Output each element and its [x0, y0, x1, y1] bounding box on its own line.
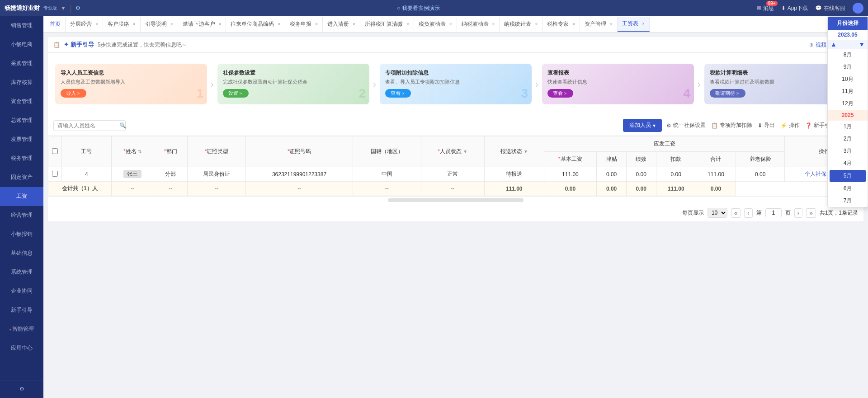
- user-avatar[interactable]: [853, 3, 863, 14]
- tab-税负波动表[interactable]: 税负波动表×: [414, 17, 457, 32]
- scroll-thumb[interactable]: [388, 198, 524, 202]
- tab-close-icon[interactable]: ×: [449, 22, 452, 27]
- page-input[interactable]: [765, 208, 782, 217]
- month-item-6月[interactable]: 6月: [828, 183, 868, 195]
- month-item-4月[interactable]: 4月: [828, 157, 868, 169]
- month-item-9月[interactable]: 9月: [828, 61, 868, 73]
- month-item-11月[interactable]: 11月: [828, 85, 868, 98]
- sidebar-item-ledger[interactable]: 总账管理: [0, 111, 43, 130]
- tab-close-icon[interactable]: ×: [95, 22, 98, 27]
- tab-纳税统计表[interactable]: 纳税统计表×: [500, 17, 542, 32]
- dropdown-arrow[interactable]: ▼: [61, 5, 66, 11]
- tab-资产管理[interactable]: 资产管理×: [580, 17, 618, 32]
- tab-客户联络[interactable]: 客户联络×: [103, 17, 141, 32]
- sidebar-item-sales[interactable]: 销售管理: [0, 16, 43, 35]
- filter-status-icon[interactable]: ▼: [463, 149, 467, 154]
- app-download-button[interactable]: ⬇ App下载: [781, 5, 808, 12]
- page-first-button[interactable]: «: [731, 208, 741, 218]
- month-item-5月[interactable]: 5月: [830, 170, 866, 182]
- toolbar-action-operation[interactable]: ⚡ 操作: [780, 122, 800, 129]
- step-btn-4[interactable]: 查看＞: [547, 89, 573, 98]
- month-item-7月[interactable]: 7月: [828, 195, 868, 207]
- sidebar-item-inventory[interactable]: 库存核算: [0, 73, 43, 92]
- tab-往来单位商品编码[interactable]: 往来单位商品编码×: [226, 17, 285, 32]
- tab-所得税汇算清缴[interactable]: 所得税汇算清缴×: [360, 17, 414, 32]
- tab-分层经营[interactable]: 分层经营×: [66, 17, 103, 32]
- footer-col-0: --: [111, 182, 154, 196]
- add-employee-button[interactable]: 添加人员 ▾: [623, 119, 662, 132]
- step-btn-1[interactable]: 导入＞: [61, 89, 86, 98]
- step-btn-2[interactable]: 设置＞: [223, 89, 249, 98]
- sidebar-item-smart[interactable]: ●智能管理: [0, 320, 43, 339]
- tab-close-icon[interactable]: ×: [610, 22, 613, 27]
- tab-纳税波动表[interactable]: 纳税波动表×: [457, 17, 500, 32]
- search-icon[interactable]: 🔍: [119, 122, 126, 129]
- tab-close-icon[interactable]: ×: [315, 22, 318, 27]
- tab-工资表[interactable]: 工资表×: [618, 17, 650, 32]
- sidebar-item-settings[interactable]: ⚙: [0, 380, 43, 398]
- sidebar-item-report[interactable]: 小畅报销: [0, 225, 43, 244]
- tab-close-icon[interactable]: ×: [492, 22, 495, 27]
- tab-进入清册[interactable]: 进入清册×: [323, 17, 360, 32]
- month-item-8月[interactable]: 8月: [828, 49, 868, 61]
- demo-button[interactable]: 我要看实例演示: [402, 5, 440, 12]
- sidebar-item-guide[interactable]: 新手引导: [0, 301, 43, 320]
- tab-邀请下游客户[interactable]: 邀请下游客户×: [178, 17, 226, 32]
- tab-home[interactable]: 首页: [45, 17, 66, 32]
- page-next-button[interactable]: ›: [794, 208, 802, 218]
- month-item-2025[interactable]: 2025: [828, 110, 868, 121]
- tab-close-icon[interactable]: ×: [353, 22, 355, 27]
- sidebar-item-basic[interactable]: 基础信息: [0, 244, 43, 263]
- tab-close-icon[interactable]: ×: [535, 22, 538, 27]
- select-all-checkbox[interactable]: [52, 148, 58, 154]
- tab-close-icon[interactable]: ×: [406, 22, 409, 27]
- month-nav-down[interactable]: ▼: [859, 41, 865, 48]
- footer-col-4: --: [353, 182, 421, 196]
- sidebar-item-funds[interactable]: 资金管理: [0, 92, 43, 111]
- sidebar-item-tax[interactable]: 税务管理: [0, 149, 43, 168]
- notification-button[interactable]: ✉ 消息 99+: [757, 5, 774, 12]
- sidebar-item-salary[interactable]: 工资: [0, 187, 43, 206]
- step-btn-3[interactable]: 查看＞: [385, 89, 411, 98]
- filter-report-icon[interactable]: ▼: [524, 149, 528, 154]
- step-btn-5[interactable]: 敬请期待＞: [710, 89, 745, 98]
- month-item-12月[interactable]: 12月: [828, 98, 868, 110]
- month-nav-up[interactable]: ▲: [830, 41, 837, 48]
- row-social-insurance-button[interactable]: 个人社保: [805, 171, 826, 177]
- operation-icon: ⚡: [780, 122, 787, 129]
- tab-引导说明[interactable]: 引导说明×: [141, 17, 178, 32]
- sidebar-item-apps[interactable]: 应用中心: [0, 339, 43, 358]
- per-page-select[interactable]: 10 20 50: [708, 208, 727, 218]
- tab-税务申报[interactable]: 税务申报×: [285, 17, 323, 32]
- online-service-button[interactable]: 💬 在线客服: [815, 5, 845, 12]
- tab-税检专家[interactable]: 税检专家×: [542, 17, 580, 32]
- month-item-2月[interactable]: 2月: [828, 133, 868, 145]
- search-input[interactable]: [53, 120, 126, 131]
- toolbar-action-special-deduction[interactable]: 📋 专项附加扣除: [711, 122, 752, 129]
- toolbar-action-export[interactable]: ⬇ 导出: [758, 122, 775, 129]
- notification-badge: 99+: [766, 1, 778, 6]
- page-last-button[interactable]: »: [806, 208, 816, 218]
- tab-close-icon[interactable]: ×: [133, 22, 136, 27]
- month-item-10月[interactable]: 10月: [828, 73, 868, 85]
- sidebar-item-assets[interactable]: 固定资产: [0, 168, 43, 187]
- month-item-3月[interactable]: 3月: [828, 145, 868, 157]
- page-prev-button[interactable]: ‹: [744, 208, 752, 218]
- settings-icon[interactable]: ⚙: [75, 5, 80, 11]
- tab-close-icon[interactable]: ×: [278, 22, 280, 27]
- row-checkbox-0[interactable]: [52, 171, 58, 177]
- sidebar-item-invoice[interactable]: 发票管理: [0, 130, 43, 149]
- tab-close-icon[interactable]: ×: [170, 22, 173, 27]
- tab-close-icon[interactable]: ×: [572, 22, 575, 27]
- tab-close-icon[interactable]: ×: [219, 22, 222, 27]
- month-item-1月[interactable]: 1月: [828, 121, 868, 133]
- toolbar-action-unified-settings[interactable]: ⚙ 统一社保设置: [666, 122, 706, 129]
- sidebar-item-operations[interactable]: 经营管理: [0, 206, 43, 225]
- sidebar-item-purchase[interactable]: 采购管理: [0, 54, 43, 73]
- guide-video-button[interactable]: ⊙ 视频: [809, 41, 826, 49]
- tab-close-icon[interactable]: ×: [642, 21, 645, 26]
- sidebar-item-collab[interactable]: 企业协同: [0, 282, 43, 301]
- sort-name-icon[interactable]: ⇅: [138, 149, 142, 154]
- sidebar-item-ecommerce[interactable]: 小畅电商: [0, 35, 43, 54]
- sidebar-item-system[interactable]: 系统管理: [0, 263, 43, 282]
